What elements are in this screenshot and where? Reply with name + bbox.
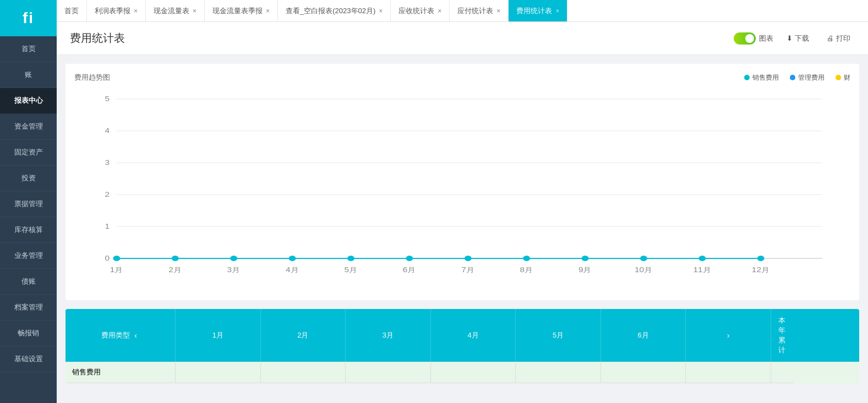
th-m4: 4月: [431, 309, 516, 362]
sidebar-item-inventory[interactable]: 库存核算: [0, 217, 57, 243]
chart-container: 5 4 3 2 1 0: [74, 88, 850, 291]
th-m5: 5月: [516, 309, 601, 362]
svg-text:11月: 11月: [693, 267, 711, 274]
td-m1: [176, 362, 261, 383]
tab-home[interactable]: 首页: [57, 0, 87, 22]
svg-text:10月: 10月: [635, 267, 653, 274]
table-row: 销售费用: [65, 362, 859, 383]
sidebar-item-report-center[interactable]: 报表中心: [0, 88, 57, 114]
download-button[interactable]: ⬇ 下载: [782, 31, 814, 46]
next-arrow[interactable]: ›: [725, 331, 732, 340]
sidebar-item-account[interactable]: 账: [0, 62, 57, 88]
sidebar-item-home[interactable]: 首页: [0, 36, 57, 62]
svg-point-20: [523, 256, 530, 261]
tab-close-receivable[interactable]: ×: [438, 7, 441, 15]
chart-svg: 5 4 3 2 1 0: [74, 88, 850, 291]
sidebar-item-archive-mgmt[interactable]: 档案管理: [0, 295, 57, 321]
th-m3: 3月: [346, 309, 431, 362]
legend-label-sales: 销售费用: [752, 73, 779, 82]
svg-text:5月: 5月: [344, 267, 357, 274]
svg-text:2月: 2月: [168, 267, 182, 274]
tab-close-payable[interactable]: ×: [496, 7, 500, 15]
svg-point-14: [172, 256, 179, 261]
tab-close-blank-report[interactable]: ×: [379, 7, 383, 15]
legend-item-finance: 财: [836, 73, 850, 82]
tab-close-expense[interactable]: ×: [555, 7, 559, 15]
svg-point-21: [582, 256, 589, 261]
sidebar-item-debt[interactable]: 债账: [0, 269, 57, 295]
sidebar-item-investment[interactable]: 投资: [0, 165, 57, 191]
sidebar-item-fixed-assets[interactable]: 固定资产: [0, 140, 57, 165]
tab-cashflow-quarterly[interactable]: 现金流量表季报×: [205, 0, 278, 22]
svg-text:4: 4: [105, 128, 110, 135]
main-area: 首页利润表季报×现金流量表×现金流量表季报×查看_空白报表(2023年02月)×…: [57, 0, 868, 403]
svg-text:7月: 7月: [461, 267, 474, 274]
sidebar-item-report-cancel[interactable]: 畅报销: [0, 321, 57, 346]
svg-text:2: 2: [105, 191, 110, 198]
td-type: 销售费用: [65, 362, 176, 383]
svg-point-16: [289, 256, 296, 261]
prev-arrow[interactable]: ‹: [132, 331, 139, 340]
data-table-section: 费用类型 ‹ 1月 2月 3月 4月 5月 6月 › 本年累计 销售费用: [65, 309, 859, 383]
td-m5: [516, 362, 601, 383]
svg-text:3月: 3月: [227, 267, 241, 274]
chart-legend: 销售费用管理费用财: [744, 73, 850, 82]
th-type: 费用类型 ‹: [65, 309, 176, 362]
chart-header: 费用趋势图 销售费用管理费用财: [74, 73, 850, 82]
th-m6: 6月: [601, 309, 686, 362]
tab-receivable[interactable]: 应收统计表×: [391, 0, 450, 22]
tab-cashflow[interactable]: 现金流量表×: [146, 0, 205, 22]
svg-point-15: [230, 256, 237, 261]
tab-close-cashflow-quarterly[interactable]: ×: [266, 7, 270, 15]
svg-text:1: 1: [105, 223, 110, 230]
chart-section: 费用趋势图 销售费用管理费用财 5 4 3 2 1: [65, 64, 859, 300]
svg-point-17: [347, 256, 354, 261]
tab-blank-report[interactable]: 查看_空白报表(2023年02月)×: [278, 0, 391, 22]
svg-point-23: [698, 256, 706, 261]
tab-bar: 首页利润表季报×现金流量表×现金流量表季报×查看_空白报表(2023年02月)×…: [57, 0, 868, 22]
th-m2: 2月: [261, 309, 346, 362]
legend-item-sales: 销售费用: [744, 73, 779, 82]
print-icon: 🖨: [827, 34, 834, 42]
td-ytd: [771, 362, 793, 383]
svg-point-24: [757, 256, 765, 261]
page-header: 费用统计表 图表 ⬇ 下载 🖨 打印: [57, 22, 868, 55]
svg-text:3: 3: [105, 159, 110, 167]
sidebar: fi 首页账报表中心资金管理固定资产投资票据管理库存核算业务管理债账档案管理畅报…: [0, 0, 57, 403]
legend-dot-finance: [836, 75, 841, 80]
legend-dot-sales: [744, 75, 750, 80]
download-icon: ⬇: [787, 34, 793, 42]
tab-profit-quarterly[interactable]: 利润表季报×: [87, 0, 146, 22]
print-button[interactable]: 🖨 打印: [822, 31, 855, 46]
th-ytd: 本年累计: [771, 309, 793, 362]
sidebar-item-ticket-mgmt[interactable]: 票据管理: [0, 191, 57, 217]
svg-text:6月: 6月: [403, 267, 416, 274]
sidebar-logo: fi: [0, 0, 57, 36]
td-m3: [346, 362, 431, 383]
th-nav: ›: [686, 309, 771, 362]
header-actions: 图表 ⬇ 下载 🖨 打印: [734, 31, 855, 46]
chart-toggle[interactable]: [734, 32, 756, 45]
sidebar-item-base-settings[interactable]: 基础设置: [0, 346, 57, 372]
svg-point-22: [640, 256, 647, 261]
td-m4: [431, 362, 516, 383]
svg-point-18: [406, 256, 413, 261]
th-m1: 1月: [176, 309, 261, 362]
svg-text:1月: 1月: [110, 267, 123, 274]
chart-toggle-label: 图表: [759, 34, 773, 43]
sidebar-item-fund-mgmt[interactable]: 资金管理: [0, 114, 57, 140]
tab-close-profit-quarterly[interactable]: ×: [134, 7, 138, 15]
tab-close-cashflow[interactable]: ×: [193, 7, 196, 15]
sidebar-item-business-mgmt[interactable]: 业务管理: [0, 243, 57, 269]
svg-point-13: [113, 256, 121, 261]
svg-text:4月: 4月: [286, 267, 299, 274]
legend-label-admin: 管理费用: [798, 73, 825, 82]
td-nav-spacer: [686, 362, 771, 383]
svg-point-19: [465, 256, 472, 261]
tab-payable[interactable]: 应付统计表×: [450, 0, 509, 22]
tab-expense[interactable]: 费用统计表×: [509, 0, 567, 22]
svg-text:8月: 8月: [520, 267, 533, 274]
svg-text:12月: 12月: [752, 267, 770, 274]
content-area: 费用统计表 图表 ⬇ 下载 🖨 打印 费用趋势图 销售费用管理: [57, 22, 868, 403]
table-header: 费用类型 ‹ 1月 2月 3月 4月 5月 6月 › 本年累计: [65, 309, 859, 362]
